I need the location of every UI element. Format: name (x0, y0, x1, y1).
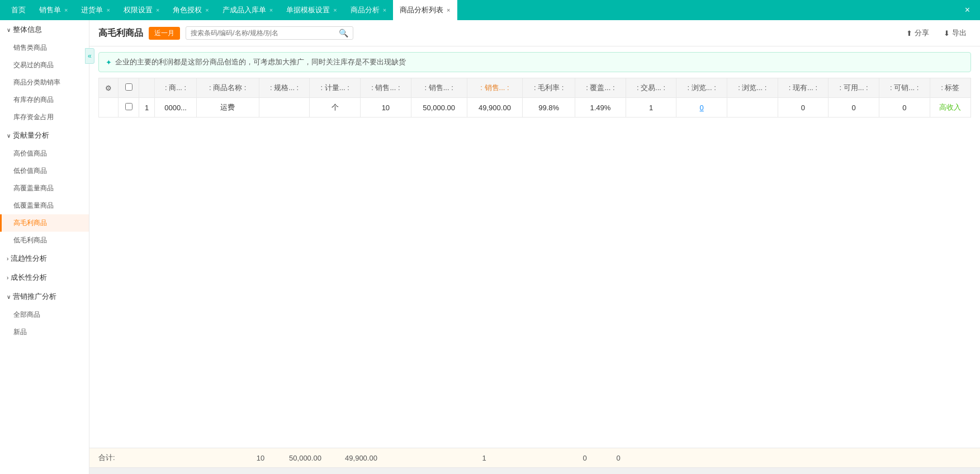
content-area: 高毛利商品 近一月 🔍 ⬆ 分享 ⬇ 导出 ✦ 企业的主要 (89, 20, 980, 474)
row-checkbox[interactable] (125, 103, 132, 110)
col-unit[interactable]: : 计量... : (310, 78, 361, 98)
sidebar-group-marketing[interactable]: ∨ 营销推广分析 (0, 287, 89, 306)
col-sale-profit[interactable]: : 销售... : (467, 78, 523, 98)
footer-trade: 1 (467, 454, 501, 462)
sidebar-item-high-coverage[interactable]: 高覆盖量商品 (0, 180, 89, 197)
col-gross-rate[interactable]: : 毛利率 : (523, 78, 575, 98)
search-icon[interactable]: 🔍 (339, 29, 348, 37)
sidebar-item-low-margin[interactable]: 低毛利商品 (0, 232, 89, 249)
col-tag[interactable]: : 标签 (930, 78, 970, 98)
star-icon: ✦ (106, 58, 112, 67)
col-browse2[interactable]: : 浏览... : (727, 78, 778, 98)
top-nav: 首页 销售单 × 进货单 × 权限设置 × 角色授权 × 产成品入库单 × 单据… (0, 0, 980, 20)
nav-analysis-list[interactable]: 商品分析列表 × (393, 0, 457, 20)
col-coverage[interactable]: : 覆盖... : (575, 78, 626, 98)
filter-recent-month-button[interactable]: 近一月 (149, 27, 180, 40)
cell-tag: 高收入 (930, 98, 970, 118)
cell-spec (259, 98, 310, 118)
table-row: 1 0000... 运费 个 10 50,000.00 49,900.00 99… (99, 98, 971, 118)
sidebar-item-low-coverage[interactable]: 低覆盖量商品 (0, 197, 89, 214)
nav-template[interactable]: 单据模板设置 × (280, 0, 343, 20)
cell-browse2 (727, 98, 778, 118)
cell-browse1[interactable]: 0 (676, 98, 727, 118)
col-available[interactable]: : 可用... : (828, 78, 879, 98)
sidebar-item-in-stock[interactable]: 有库存的商品 (0, 91, 89, 109)
col-setting[interactable]: ⚙ (99, 78, 119, 98)
nav-product-analysis[interactable]: 商品分析 × (344, 0, 393, 20)
col-stock-now[interactable]: : 现有... : (778, 78, 828, 98)
nav-close-all[interactable]: × (959, 5, 976, 15)
nav-role[interactable]: 角色授权 × (166, 0, 215, 20)
col-seq (139, 78, 155, 98)
col-spec[interactable]: : 规格... : (259, 78, 310, 98)
col-name[interactable]: : 商品名称 : (196, 78, 259, 98)
share-button[interactable]: ⬆ 分享 (902, 26, 934, 40)
arrow-down-icon: ∨ (7, 27, 11, 33)
info-banner: ✦ 企业的主要的利润都是这部分商品创造的，可考虑加大推广，同时关注库存是不要出现… (98, 52, 971, 72)
sidebar-item-high-value[interactable]: 高价值商品 (0, 145, 89, 162)
col-checkbox[interactable] (119, 78, 139, 98)
data-table: ⚙ : 商... : : 商品名称 : : 规格... : : 计量... : … (98, 78, 971, 118)
sidebar-item-new-goods[interactable]: 新品 (0, 323, 89, 341)
nav-product-in-close[interactable]: × (269, 7, 273, 13)
sidebar-item-sales-goods[interactable]: 销售类商品 (0, 39, 89, 57)
sidebar-item-category-rate[interactable]: 商品分类助销率 (0, 74, 89, 91)
footer-sale-amount: 50,000.00 (277, 454, 333, 462)
col-sale-qty[interactable]: : 销售... : (361, 78, 411, 98)
export-button[interactable]: ⬇ 导出 (939, 26, 971, 40)
col-code[interactable]: : 商... : (155, 78, 196, 98)
sidebar-item-traded-goods[interactable]: 交易过的商品 (0, 57, 89, 74)
cell-setting (99, 98, 119, 118)
nav-purchase-close[interactable]: × (106, 7, 110, 13)
horizontal-scrollbar[interactable] (89, 467, 980, 474)
nav-product-analysis-close[interactable]: × (383, 7, 386, 13)
nav-permission[interactable]: 权限设置 × (117, 0, 166, 20)
arrow-right-icon: › (7, 256, 8, 262)
sidebar-group-overall[interactable]: ∨ 整体信息 (0, 20, 89, 39)
nav-role-close[interactable]: × (205, 7, 209, 13)
col-browse1[interactable]: : 浏览... : (676, 78, 727, 98)
cell-name: 运费 (196, 98, 259, 118)
sidebar: ∨ 整体信息 销售类商品 交易过的商品 商品分类助销率 有库存的商品 库存资金占… (0, 20, 89, 474)
footer-sale-profit: 49,900.00 (333, 454, 389, 462)
cell-seq: 1 (139, 98, 155, 118)
sidebar-group-trend[interactable]: › 流趋性分析 (0, 249, 89, 268)
cell-sale-amount: 50,000.00 (411, 98, 467, 118)
nav-sales-close[interactable]: × (64, 7, 68, 13)
nav-home[interactable]: 首页 (4, 0, 32, 20)
info-text: 企业的主要的利润都是这部分商品创造的，可考虑加大推广，同时关注库存是不要出现缺货 (115, 57, 406, 67)
footer-stock-now: 0 (568, 454, 602, 462)
sidebar-collapse-btn[interactable]: « (85, 48, 94, 64)
sidebar-item-stock-fund[interactable]: 库存资金占用 (0, 109, 89, 126)
col-saleable[interactable]: : 可销... : (879, 78, 930, 98)
nav-permission-close[interactable]: × (156, 7, 159, 13)
nav-template-close[interactable]: × (333, 7, 337, 13)
footer-label: 合计: (98, 453, 244, 463)
sidebar-item-high-margin[interactable]: 高毛利商品 (0, 214, 89, 232)
cell-available: 0 (828, 98, 879, 118)
nav-analysis-list-close[interactable]: × (447, 7, 450, 13)
export-icon: ⬇ (944, 29, 950, 37)
search-input[interactable] (191, 29, 339, 37)
cell-coverage: 1.49% (575, 98, 626, 118)
sidebar-item-all-goods[interactable]: 全部商品 (0, 306, 89, 323)
browse1-link[interactable]: 0 (700, 104, 704, 112)
sidebar-group-contribution[interactable]: ∨ 贡献量分析 (0, 126, 89, 145)
table-header-row: ⚙ : 商... : : 商品名称 : : 规格... : : 计量... : … (99, 78, 971, 98)
col-trade[interactable]: : 交易... : (626, 78, 676, 98)
share-icon: ⬆ (906, 29, 912, 37)
sidebar-item-low-value[interactable]: 低价值商品 (0, 162, 89, 180)
cell-checkbox[interactable] (119, 98, 139, 118)
cell-sale-qty: 10 (361, 98, 411, 118)
nav-sales[interactable]: 销售单 × (32, 0, 74, 20)
col-sale-amount[interactable]: : 销售... : (411, 78, 467, 98)
cell-saleable: 0 (879, 98, 930, 118)
sidebar-group-growth[interactable]: › 成长性分析 (0, 268, 89, 287)
nav-product-in[interactable]: 产成品入库单 × (216, 0, 280, 20)
arrow-down-icon2: ∨ (7, 133, 11, 139)
content-header: 高毛利商品 近一月 🔍 ⬆ 分享 ⬇ 导出 (89, 20, 980, 46)
table-container[interactable]: ⚙ : 商... : : 商品名称 : : 规格... : : 计量... : … (89, 78, 980, 448)
select-all-checkbox[interactable] (125, 83, 132, 91)
nav-purchase[interactable]: 进货单 × (74, 0, 116, 20)
app-root: 首页 销售单 × 进货单 × 权限设置 × 角色授权 × 产成品入库单 × 单据… (0, 0, 980, 474)
